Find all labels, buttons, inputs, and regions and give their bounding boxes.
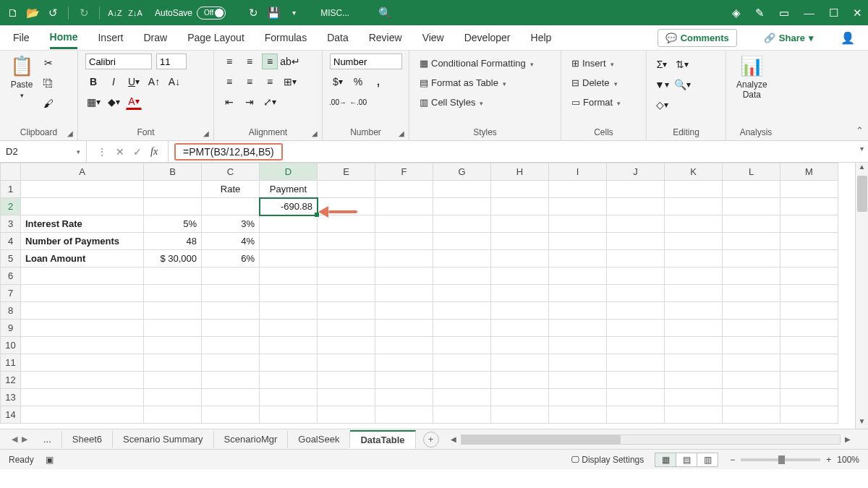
cell-L7[interactable]	[723, 285, 780, 302]
cell-B4[interactable]: 48	[144, 233, 202, 250]
search-icon[interactable]: 🔍	[378, 7, 392, 20]
cell-E12[interactable]	[318, 372, 375, 389]
alignment-dialog-icon[interactable]: ◢	[312, 129, 318, 137]
cell-I11[interactable]	[549, 354, 607, 372]
cell-C14[interactable]	[202, 406, 260, 424]
cell-G10[interactable]	[433, 337, 491, 354]
cell-H6[interactable]	[491, 267, 549, 285]
decrease-font-icon[interactable]: A↓	[166, 74, 182, 90]
cell-K11[interactable]	[665, 354, 723, 372]
cell-I6[interactable]	[549, 267, 607, 285]
cell-G12[interactable]	[433, 372, 491, 389]
cell-F12[interactable]	[375, 372, 433, 389]
cell-C13[interactable]	[202, 389, 260, 406]
cell-E8[interactable]	[318, 302, 375, 320]
cell-E13[interactable]	[318, 389, 375, 406]
cell-H2[interactable]	[491, 198, 549, 215]
zoom-slider[interactable]	[741, 458, 820, 461]
insert-cells-button[interactable]: ⊞ Insert	[569, 56, 624, 70]
cell-F11[interactable]	[375, 354, 433, 372]
tab-draw[interactable]: Draw	[143, 27, 167, 48]
align-right-icon[interactable]: ≡	[262, 74, 278, 90]
new-file-icon[interactable]: 🗋	[6, 7, 19, 20]
col-header-M[interactable]: M	[780, 163, 838, 181]
cell-G8[interactable]	[433, 302, 491, 320]
cell-C11[interactable]	[202, 354, 260, 372]
row-header-9[interactable]: 9	[1, 320, 21, 337]
cell-I10[interactable]	[549, 337, 607, 354]
fill-color-icon[interactable]: ◆▾	[106, 94, 122, 110]
col-header-I[interactable]: I	[549, 163, 607, 181]
cell-J6[interactable]	[607, 267, 665, 285]
format-painter-icon[interactable]: 🖌	[41, 95, 56, 111]
cell-J9[interactable]	[607, 320, 665, 337]
currency-icon[interactable]: $▾	[330, 74, 346, 90]
collapse-ribbon-icon[interactable]: ⌃	[856, 125, 864, 136]
cell-J8[interactable]	[607, 302, 665, 320]
col-header-K[interactable]: K	[665, 163, 723, 181]
fill-icon[interactable]: ▼▾	[654, 77, 670, 93]
cell-J1[interactable]	[607, 181, 665, 198]
format-cells-button[interactable]: ▭ Format	[569, 95, 624, 109]
cell-B1[interactable]	[144, 181, 202, 198]
col-header-H[interactable]: H	[491, 163, 549, 181]
cell-A2[interactable]	[21, 198, 144, 215]
cell-L4[interactable]	[723, 233, 780, 250]
enter-formula-icon[interactable]: ✓	[133, 146, 142, 158]
col-header-C[interactable]: C	[202, 163, 260, 181]
cell-I9[interactable]	[549, 320, 607, 337]
increase-indent-icon[interactable]: ⇥	[242, 94, 258, 110]
cell-G5[interactable]	[433, 250, 491, 267]
zoom-out-icon[interactable]: −	[730, 455, 735, 465]
fx-icon[interactable]: fx	[150, 146, 158, 158]
cell-H10[interactable]	[491, 337, 549, 354]
row-header-10[interactable]: 10	[1, 337, 21, 354]
cell-E6[interactable]	[318, 267, 375, 285]
sort-desc-icon[interactable]: Z↓A	[129, 7, 142, 20]
cell-L11[interactable]	[723, 354, 780, 372]
expand-formula-icon[interactable]: ▾	[860, 145, 864, 153]
border-icon[interactable]: ▦▾	[85, 94, 101, 110]
cell-K5[interactable]	[665, 250, 723, 267]
cell-E3[interactable]	[318, 215, 375, 233]
cell-J5[interactable]	[607, 250, 665, 267]
cell-E11[interactable]	[318, 354, 375, 372]
page-layout-view-icon[interactable]: ▤	[676, 453, 697, 467]
decrease-decimal-icon[interactable]: ←.00	[350, 94, 366, 110]
row-header-6[interactable]: 6	[1, 267, 21, 285]
cell-D8[interactable]	[260, 302, 318, 320]
cell-F4[interactable]	[375, 233, 433, 250]
col-header-A[interactable]: A	[21, 163, 144, 181]
cell-C12[interactable]	[202, 372, 260, 389]
cell-G11[interactable]	[433, 354, 491, 372]
macro-record-icon[interactable]: ▣	[46, 455, 54, 465]
cell-H14[interactable]	[491, 406, 549, 424]
cancel-formula-icon[interactable]: ✕	[116, 146, 124, 158]
cell-A13[interactable]	[21, 389, 144, 406]
cell-K10[interactable]	[665, 337, 723, 354]
comma-icon[interactable]: ,	[370, 74, 386, 90]
cell-M5[interactable]	[780, 250, 838, 267]
page-break-view-icon[interactable]: ▥	[697, 453, 718, 467]
cell-F10[interactable]	[375, 337, 433, 354]
number-format-select[interactable]	[330, 53, 402, 69]
zoom-level[interactable]: 100%	[837, 455, 859, 465]
sheet-tab-scenariomgr[interactable]: ScenarioMgr	[214, 431, 289, 448]
cell-B14[interactable]	[144, 406, 202, 424]
sort-asc-icon[interactable]: A↓Z	[109, 7, 122, 20]
cell-C3[interactable]: 3%	[202, 215, 260, 233]
percent-icon[interactable]: %	[350, 74, 366, 90]
cell-K8[interactable]	[665, 302, 723, 320]
cell-H9[interactable]	[491, 320, 549, 337]
align-middle-icon[interactable]: ≡	[242, 53, 258, 69]
cell-A4[interactable]: Number of Payments	[21, 233, 144, 250]
align-left-icon[interactable]: ≡	[221, 74, 237, 90]
cell-F6[interactable]	[375, 267, 433, 285]
cell-G4[interactable]	[433, 233, 491, 250]
cell-L12[interactable]	[723, 372, 780, 389]
cell-G3[interactable]	[433, 215, 491, 233]
cell-E4[interactable]	[318, 233, 375, 250]
cell-G6[interactable]	[433, 267, 491, 285]
cell-K6[interactable]	[665, 267, 723, 285]
cell-I2[interactable]	[549, 198, 607, 215]
